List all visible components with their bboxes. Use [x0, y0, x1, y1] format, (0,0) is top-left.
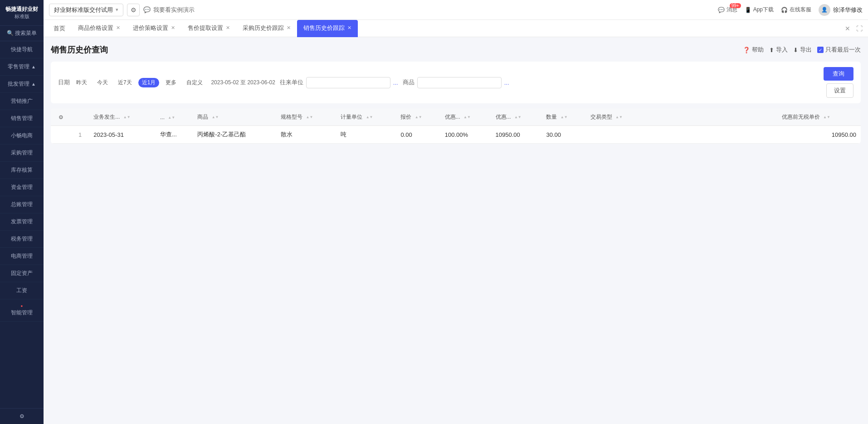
sidebar-item-ecommerce[interactable]: 电商管理 [0, 248, 44, 265]
topbar-gear-button[interactable]: ⚙ [127, 4, 140, 16]
th-price[interactable]: 报价 ▲▼ [396, 109, 440, 126]
topbar-demo-link[interactable]: 💬 我要看实例演示 [143, 6, 195, 14]
sort-icon-product: ▲▼ [212, 115, 219, 119]
tab-purchase-history-label: 采购历史价跟踪 [243, 24, 284, 32]
version-selector[interactable]: 好业财标准版交付试用 ▾ [49, 4, 123, 16]
message-badge: 99+ [730, 3, 741, 8]
tab-home-label: 首页 [54, 24, 65, 33]
tab-sale-price[interactable]: 售价提取设置 ✕ [181, 20, 236, 37]
column-settings-icon[interactable]: ⚙ [59, 114, 63, 120]
export-label: 导出 [800, 46, 812, 54]
settings-icon: ⚙ [20, 413, 24, 419]
sidebar-item-retail[interactable]: 零售管理 ▲ [0, 58, 44, 76]
th-pretax-price-label: 优惠前无税单价 [782, 114, 820, 120]
th-unit[interactable]: 计量单位 ▲▼ [336, 109, 396, 126]
sidebar-item-invoice[interactable]: 发票管理 [0, 213, 44, 231]
row-price: 0.00 [396, 126, 440, 144]
date-btn-7days[interactable]: 近7天 [114, 78, 136, 87]
logo-line2: 标准版 [4, 13, 40, 20]
sidebar-search-label: 搜索菜单 [15, 30, 37, 36]
date-btn-1month[interactable]: 近1月 [138, 78, 160, 87]
th-discount-amt[interactable]: 优惠... ▲▼ [491, 109, 542, 126]
sidebar-item-tax[interactable]: 税务管理 [0, 231, 44, 248]
tab-maximize-button[interactable]: ⛶ [854, 24, 864, 34]
sidebar-search[interactable]: 🔍 搜索菜单 [0, 26, 44, 41]
date-filter-group: 日期 昨天 今天 近7天 近1月 更多 自定义 [58, 78, 206, 87]
product-input[interactable] [417, 77, 502, 88]
product-dots[interactable]: ... [504, 79, 509, 86]
wholesale-label: 批发管理 [8, 80, 29, 88]
sidebar-item-sales[interactable]: 销售管理 [0, 110, 44, 127]
only-last-checkbox[interactable]: ✓ 只看最后一次 [817, 46, 861, 54]
tab-price-setting[interactable]: 商品价格设置 ✕ [72, 20, 127, 37]
purchase-label: 采购管理 [11, 149, 33, 157]
date-btn-custom[interactable]: 自定义 [183, 78, 206, 87]
message-button[interactable]: 💬 消息 99+ [718, 6, 737, 14]
sidebar-item-salary[interactable]: 工资 [0, 282, 44, 299]
th-discount-pct[interactable]: 优惠... ▲▼ [440, 109, 491, 126]
date-filter-label: 日期 [58, 78, 70, 87]
th-quantity[interactable]: 数量 ▲▼ [541, 109, 585, 126]
tab-purchase-strategy[interactable]: 进价策略设置 ✕ [127, 20, 181, 37]
sidebar-item-smart[interactable]: ● 智能管理 [0, 299, 44, 322]
sidebar-item-fixed-assets[interactable]: 固定资产 [0, 265, 44, 282]
th-product[interactable]: 商品 ▲▼ [193, 109, 276, 126]
tab-price-setting-close[interactable]: ✕ [116, 25, 120, 30]
date-btn-more[interactable]: 更多 [162, 78, 180, 87]
sidebar-settings-button[interactable]: ⚙ [0, 408, 44, 424]
table-header-row: ⚙ 业务发生... ▲▼ ... ▲▼ 商品 ▲▼ [51, 109, 861, 126]
th-trade-type[interactable]: 交易类型 ▲▼ [586, 109, 646, 126]
th-more[interactable]: ... ▲▼ [156, 109, 193, 126]
sidebar-logo: 畅捷通好业财 标准版 [0, 0, 44, 26]
tab-sale-price-label: 售价提取设置 [188, 24, 223, 32]
tab-purchase-history[interactable]: 采购历史价跟踪 ✕ [236, 20, 297, 37]
user-menu[interactable]: 👤 徐泽华修改 [819, 4, 863, 16]
general-ledger-label: 总账管理 [11, 201, 33, 208]
results-table-container: ⚙ 业务发生... ▲▼ ... ▲▼ 商品 ▲▼ [51, 109, 861, 144]
import-link[interactable]: ⬆ 导入 [769, 46, 788, 54]
app-icon: 📱 [745, 7, 751, 13]
setting-button[interactable]: 设置 [826, 83, 853, 98]
app-download-button[interactable]: 📱 App下载 [745, 6, 774, 14]
tab-purchase-strategy-label: 进价策略设置 [133, 24, 168, 32]
sort-icon-spec: ▲▼ [306, 115, 313, 119]
sidebar-item-quick-nav[interactable]: 快捷导航 [0, 41, 44, 58]
tab-purchase-history-close[interactable]: ✕ [287, 25, 291, 30]
sidebar-item-marketing[interactable]: 营销推广 [0, 93, 44, 110]
help-label: 帮助 [752, 46, 764, 54]
table-row[interactable]: 1 2023-05-31 华查... 丙烯酸-2-乙基己酯 散水 吨 0.00 … [51, 126, 861, 144]
date-range-display: 2023-05-02 至 2023-06-02 [211, 79, 275, 87]
sidebar-item-inventory[interactable]: 库存核算 [0, 162, 44, 179]
wholesale-arrow: ▲ [31, 82, 36, 87]
version-selector-arrow: ▾ [116, 7, 118, 13]
smart-dot: ● [21, 304, 23, 308]
row-num: 1 [71, 126, 89, 144]
sidebar-item-finance[interactable]: 资金管理 [0, 179, 44, 196]
query-button[interactable]: 查询 [824, 67, 853, 81]
date-btn-today[interactable]: 今天 [93, 78, 112, 87]
sidebar-item-wholesale[interactable]: 批发管理 ▲ [0, 76, 44, 93]
tab-home[interactable]: 首页 [47, 20, 72, 37]
tab-close-button[interactable]: ✕ [843, 24, 853, 34]
row-quantity: 30.00 [541, 126, 585, 144]
gear-icon: ⚙ [131, 6, 137, 14]
th-pretax-price[interactable]: 优惠前无税单价 ▲▼ [777, 109, 861, 126]
tab-sale-price-close[interactable]: ✕ [226, 25, 230, 30]
tab-sales-history[interactable]: 销售历史价跟踪 ✕ [297, 20, 358, 37]
tab-sales-history-close[interactable]: ✕ [347, 25, 351, 30]
source-dots[interactable]: ... [393, 79, 398, 86]
tab-purchase-strategy-close[interactable]: ✕ [171, 25, 175, 30]
th-spec[interactable]: 规格型号 ▲▼ [276, 109, 336, 126]
sidebar-item-general-ledger[interactable]: 总账管理 [0, 196, 44, 213]
date-btn-yesterday[interactable]: 昨天 [73, 78, 91, 87]
filter-right-buttons: 查询 设置 [824, 67, 853, 98]
source-input[interactable] [306, 77, 390, 88]
th-biz-date[interactable]: 业务发生... ▲▼ [89, 109, 156, 126]
sidebar-item-ecommerce-small[interactable]: 小畅电商 [0, 127, 44, 145]
sidebar-item-purchase[interactable]: 采购管理 [0, 145, 44, 162]
export-link[interactable]: ⬇ 导出 [793, 46, 812, 54]
row-pretax-price: 10950.00 [777, 126, 861, 144]
help-link[interactable]: ❓ 帮助 [743, 46, 764, 54]
online-service-button[interactable]: 🎧 在线客服 [781, 6, 811, 14]
sort-icon-biz-date: ▲▼ [123, 115, 131, 119]
